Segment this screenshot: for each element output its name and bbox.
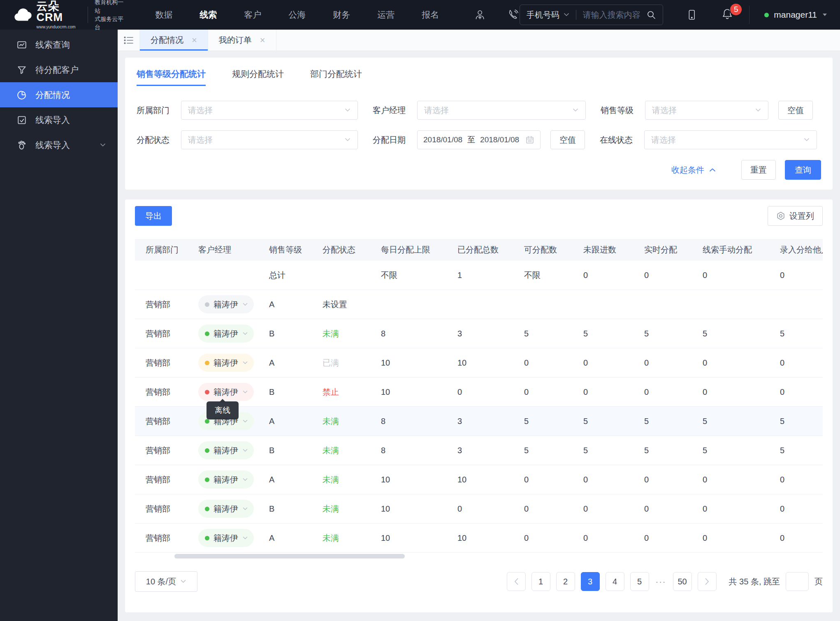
cell-level: A bbox=[267, 407, 321, 436]
subtab-dept-stats[interactable]: 部门分配统计 bbox=[310, 68, 362, 86]
table-row[interactable]: 营销部籍涛伊A已满101000000 bbox=[135, 348, 823, 378]
tab-allocation-status[interactable]: 分配情况× bbox=[140, 30, 208, 51]
cell-status: 未设置 bbox=[321, 290, 379, 319]
search-box[interactable]: 手机号码 请输入搜索内容 bbox=[520, 5, 663, 25]
app-logo[interactable]: 云朵CRM www.yunduocrm.com 教育机构一站 式服务云平台 bbox=[12, 0, 126, 32]
chevron-down-icon bbox=[344, 108, 351, 112]
chevron-down-icon bbox=[180, 579, 186, 584]
date-end[interactable]: 2018/01/08 bbox=[480, 135, 519, 144]
nav-public-pool[interactable]: 公海 bbox=[288, 9, 306, 21]
reset-button[interactable]: 重置 bbox=[741, 160, 776, 180]
close-icon[interactable]: × bbox=[192, 36, 197, 45]
filter-panel: 销售等级分配统计规则分配统计部门分配统计 所属部门 请选择 客户经理 请选择 bbox=[125, 58, 833, 190]
cell-value: 5 bbox=[643, 319, 701, 348]
level-select[interactable]: 请选择 bbox=[645, 101, 768, 120]
manager-pill[interactable]: 籍涛伊 bbox=[198, 500, 254, 518]
manager-pill[interactable]: 籍涛伊 bbox=[198, 470, 254, 489]
table-row[interactable]: 营销部籍涛伊A未满101000000 bbox=[135, 524, 823, 553]
sidebar-item-leads-import[interactable]: 线索导入 bbox=[0, 107, 118, 132]
collapse-conditions-link[interactable]: 收起条件 bbox=[671, 165, 716, 176]
cell-value: 0 bbox=[701, 378, 778, 406]
close-icon[interactable]: × bbox=[260, 36, 265, 45]
column-header: 所属部门 bbox=[135, 239, 197, 261]
manager-pill[interactable]: 籍涛伊 bbox=[198, 529, 254, 547]
next-page-button[interactable] bbox=[698, 572, 717, 591]
date-empty-button[interactable]: 空值 bbox=[550, 130, 585, 149]
phone-icon[interactable] bbox=[507, 8, 519, 21]
page-5-button[interactable]: 5 bbox=[630, 572, 649, 591]
online-status-dot bbox=[205, 361, 209, 365]
table-body: 总计不限1不限0000营销部籍涛伊A未设置营销部籍涛伊B未满8355555营销部… bbox=[135, 261, 823, 553]
page-unit-suffix: 页 bbox=[814, 576, 823, 587]
table-row[interactable]: 营销部籍涛伊离线B禁止10000000 bbox=[135, 378, 823, 407]
tab-my-orders[interactable]: 我的订单× bbox=[208, 30, 276, 51]
manager-select[interactable]: 请选择 bbox=[417, 101, 586, 120]
cell-value: 5 bbox=[778, 407, 823, 436]
page-size-select[interactable]: 10 条/页 bbox=[135, 571, 197, 592]
table-row[interactable]: 营销部籍涛伊B未满8355555 bbox=[135, 319, 823, 348]
sidebar-item-leads-query[interactable]: 线索查询 bbox=[0, 32, 118, 57]
cell-value: 5 bbox=[643, 407, 701, 436]
sidebar-item-label: 线索导入 bbox=[35, 114, 70, 126]
sidebar-item-pending-customers[interactable]: 待分配客户 bbox=[0, 57, 118, 82]
tab-list-menu-icon[interactable] bbox=[118, 30, 140, 51]
status-select[interactable]: 请选择 bbox=[181, 130, 358, 149]
cell-manager: 籍涛伊 bbox=[197, 465, 267, 494]
manager-pill[interactable]: 籍涛伊 bbox=[198, 295, 254, 313]
horizontal-scrollbar[interactable] bbox=[174, 554, 405, 558]
nav-registration[interactable]: 报名 bbox=[422, 9, 439, 21]
dept-select[interactable]: 请选择 bbox=[181, 101, 358, 120]
cell-value: 0 bbox=[582, 465, 643, 494]
search-icon[interactable] bbox=[646, 10, 656, 20]
date-range-picker[interactable]: 2018/01/08 至 2018/01/08 bbox=[417, 130, 541, 149]
cell-status: 未满 bbox=[321, 465, 379, 494]
level-empty-button[interactable]: 空值 bbox=[778, 101, 813, 120]
manager-pill[interactable]: 籍涛伊 bbox=[198, 354, 254, 372]
nav-leads[interactable]: 线索 bbox=[200, 9, 217, 21]
cell-value: 5 bbox=[701, 436, 778, 465]
date-start[interactable]: 2018/01/08 bbox=[423, 135, 462, 144]
notifications[interactable]: 5 bbox=[721, 8, 733, 22]
table-row[interactable]: 营销部籍涛伊B未满10000000 bbox=[135, 494, 823, 524]
export-button[interactable]: 导出 bbox=[135, 206, 172, 226]
jump-page-input[interactable] bbox=[786, 572, 809, 591]
mobile-icon[interactable] bbox=[686, 9, 697, 21]
manager-pill[interactable]: 籍涛伊 bbox=[198, 383, 254, 401]
nav-finance[interactable]: 财务 bbox=[333, 9, 350, 21]
prev-page-button[interactable] bbox=[507, 572, 526, 591]
page-2-button[interactable]: 2 bbox=[556, 572, 575, 591]
summary-cell bbox=[197, 261, 267, 290]
page-1-button[interactable]: 1 bbox=[531, 572, 550, 591]
pages-ellipsis[interactable]: ··· bbox=[656, 577, 666, 586]
page-50-button[interactable]: 50 bbox=[673, 572, 692, 591]
sidebar-item-allocation-status[interactable]: 分配情况 bbox=[0, 82, 118, 107]
cell-value: 5 bbox=[643, 436, 701, 465]
table-row[interactable]: 营销部籍涛伊A未设置 bbox=[135, 290, 823, 319]
cell-department: 营销部 bbox=[135, 348, 197, 377]
user-menu[interactable]: manager11 bbox=[749, 6, 828, 24]
manager-pill[interactable]: 籍涛伊 bbox=[198, 441, 254, 459]
person-add-icon[interactable] bbox=[474, 8, 486, 21]
page-3-button[interactable]: 3 bbox=[581, 572, 600, 591]
nav-customers[interactable]: 客户 bbox=[244, 9, 261, 21]
column-settings-button[interactable]: 设置列 bbox=[768, 206, 823, 226]
nav-operations[interactable]: 运营 bbox=[377, 9, 394, 21]
table-row[interactable]: 营销部籍涛伊A未满101000000 bbox=[135, 465, 823, 494]
manager-pill[interactable]: 籍涛伊 bbox=[198, 324, 254, 343]
nav-data[interactable]: 数据 bbox=[155, 9, 172, 21]
chevron-down-icon bbox=[242, 332, 248, 336]
filter-actions: 收起条件 重置 查询 bbox=[137, 160, 821, 180]
online-select[interactable]: 请选择 bbox=[644, 130, 817, 149]
sidebar-item-leads-import-2[interactable]: 线索导入 bbox=[0, 132, 118, 158]
page-4-button[interactable]: 4 bbox=[606, 572, 624, 591]
cell-value: 5 bbox=[522, 319, 582, 348]
table-row[interactable]: 营销部籍涛伊B未满8355555 bbox=[135, 436, 823, 465]
summary-cell bbox=[135, 261, 197, 290]
query-button[interactable]: 查询 bbox=[785, 160, 821, 180]
top-nav: 数据线索客户公海财务运营报名 bbox=[142, 9, 452, 21]
subtab-sales-level-stats[interactable]: 销售等级分配统计 bbox=[137, 68, 206, 86]
subtab-rule-stats[interactable]: 规则分配统计 bbox=[232, 68, 284, 86]
search-category[interactable]: 手机号码 bbox=[527, 9, 559, 21]
search-input[interactable]: 请输入搜索内容 bbox=[583, 9, 646, 21]
chevron-down-icon bbox=[100, 143, 106, 147]
